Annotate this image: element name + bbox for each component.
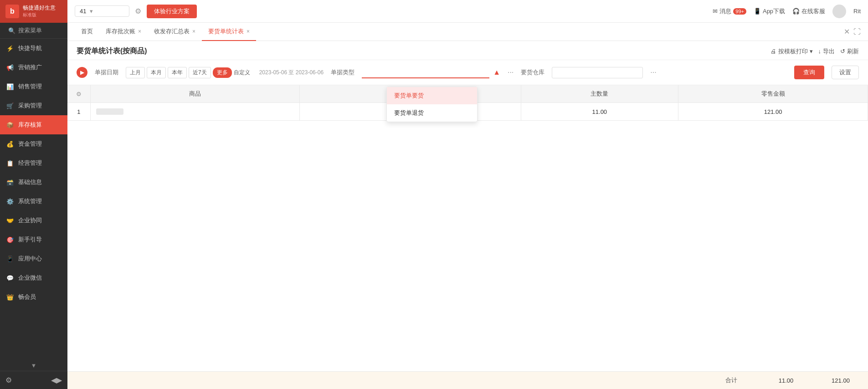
date-quick-btns: 上月 本月 本年 近7天 更多 自定义	[126, 67, 250, 78]
sidebar-item-system[interactable]: ⚙️ 系统管理	[0, 192, 67, 211]
nav-icon-finance: 💰	[5, 139, 15, 148]
sidebar-item-guide[interactable]: 🎯 新手引导	[0, 230, 67, 249]
type-dropdown-arrow-icon[interactable]: ▲	[493, 68, 500, 77]
logo-text: 畅捷通好生意 标准版	[23, 5, 56, 18]
date-btn-this-year[interactable]: 本年	[168, 67, 187, 78]
tab-close-inventory-batch[interactable]: ×	[138, 28, 141, 35]
dropdown-item-order-goods[interactable]: 要货单要货	[387, 87, 477, 104]
logo: b 畅捷通好生意 标准版	[0, 0, 67, 23]
warehouse-input[interactable]	[552, 67, 643, 78]
warehouse-more-btn[interactable]: ···	[650, 68, 656, 77]
page-content: 要货单统计表(按商品) 🖨 按模板打印 ▾ ↓ 导出 ↺ 刷新	[67, 41, 868, 389]
sidebar-item-enterprise[interactable]: 🤝 企业协同	[0, 211, 67, 230]
sidebar-item-appstore[interactable]: 📱 应用中心	[0, 249, 67, 268]
nav-icon-member: 👑	[5, 292, 15, 302]
nav-icon-marketing: 📢	[5, 63, 15, 72]
app-download-btn[interactable]: 📱 App下载	[754, 7, 785, 15]
sidebar-item-marketing[interactable]: 📢 营销推广	[0, 58, 67, 77]
refresh-icon: ↺	[840, 48, 845, 55]
filter-expand-btn[interactable]: ▶	[77, 67, 87, 78]
sidebar-item-member[interactable]: 👑 畅会员	[0, 287, 67, 307]
filter-area: ▶ 单据日期 上月 本月 本年 近7天 更多 自定义 2023-05-06 至 …	[67, 60, 868, 85]
product-cell	[96, 108, 294, 115]
tab-inventory-batch[interactable]: 库存批次账 ×	[99, 23, 148, 41]
sidebar-scroll-down[interactable]: ▼	[0, 360, 67, 371]
topbar: 41 ▾ ⚙ 体验行业方案 ✉ 消息 99+ 📱 App下载 🎧 在线客服 Ri…	[67, 0, 868, 23]
page-header-actions: 🖨 按模板打印 ▾ ↓ 导出 ↺ 刷新	[770, 47, 859, 56]
tab-home[interactable]: 首页	[75, 23, 99, 41]
query-btn[interactable]: 查询	[794, 66, 824, 79]
filter-more-btn[interactable]: ···	[508, 68, 514, 77]
sidebar-item-purchase[interactable]: 🛒 采购管理	[0, 96, 67, 115]
table-settings-icon[interactable]: ⚙	[76, 91, 82, 97]
user-avatar[interactable]	[832, 5, 846, 18]
table-footer: 合计11.00121.00	[67, 371, 868, 389]
sidebar-item-operations[interactable]: 📋 经营管理	[0, 154, 67, 173]
sidebar-search[interactable]: 🔍 搜索菜单	[0, 23, 67, 39]
user-name: Rit	[853, 8, 861, 15]
nav-icon-quick: ⚡	[5, 44, 15, 53]
date-custom-link[interactable]: 自定义	[234, 69, 250, 77]
export-btn[interactable]: ↓ 导出	[818, 47, 835, 56]
sidebar-nav: ⚡ 快捷导航 📢 营销推广 📊 销售管理 🛒 采购管理 📦 库存核算 💰 资金管…	[0, 39, 67, 360]
type-dropdown-menu: 要货单要货 要货单退货	[386, 87, 478, 122]
row-no: 1	[67, 103, 90, 121]
phone-icon: 📱	[754, 8, 761, 15]
tabs-bar: 首页 库存批次账 × 收发存汇总表 × 要货单统计表 × ✕ ⛶	[67, 23, 868, 41]
sidebar-item-basic[interactable]: 🗃️ 基础信息	[0, 173, 67, 192]
industry-btn[interactable]: 体验行业方案	[147, 5, 197, 18]
tabs-end: ✕ ⛶	[844, 27, 861, 36]
print-btn[interactable]: 🖨 按模板打印 ▾	[770, 47, 813, 56]
message-btn[interactable]: ✉ 消息 99+	[713, 7, 746, 15]
tab-close-order-stats[interactable]: ×	[247, 28, 250, 35]
product-placeholder	[96, 108, 123, 115]
date-btn-this-month[interactable]: 本月	[147, 67, 166, 78]
message-icon: ✉	[713, 8, 718, 15]
sidebar-item-inventory[interactable]: 📦 库存核算	[0, 115, 67, 134]
tab-close-recv-summary[interactable]: ×	[192, 28, 195, 35]
company-selector[interactable]: 41 ▾	[75, 5, 129, 17]
nav-icon-inventory: 📦	[5, 120, 15, 129]
th-settings[interactable]: ⚙	[67, 85, 90, 103]
table-area: ⚙ 商品 主计量单位 主数量 零售金额 1	[67, 85, 868, 371]
tab-recv-summary[interactable]: 收发存汇总表 ×	[148, 23, 202, 41]
sidebar-settings-icon[interactable]: ⚙	[5, 376, 12, 384]
dropdown-item-order-return[interactable]: 要货单退货	[387, 104, 477, 122]
date-btn-more[interactable]: 更多	[213, 67, 232, 78]
tab-order-stats[interactable]: 要货单统计表 ×	[202, 23, 256, 41]
settings-btn[interactable]: 设置	[832, 66, 859, 79]
nav-icon-basic: 🗃️	[5, 178, 15, 187]
selector-arrow-icon: ▾	[90, 8, 93, 15]
nav-icon-guide: 🎯	[5, 235, 15, 244]
nav-icon-appstore: 📱	[5, 254, 15, 263]
type-label: 单据类型	[331, 68, 354, 77]
nav-icon-system: ⚙️	[5, 197, 15, 206]
sidebar-item-finance[interactable]: 💰 资金管理	[0, 134, 67, 154]
sidebar-item-wechat[interactable]: 💬 企业微信	[0, 268, 67, 287]
refresh-btn[interactable]: ↺ 刷新	[840, 47, 859, 56]
footer-amt-value: 121.00	[813, 377, 868, 384]
topbar-gear-icon[interactable]: ⚙	[135, 7, 141, 15]
tab-expand-icon[interactable]: ⛶	[853, 28, 861, 36]
filter-type-wrap: ▲	[362, 67, 500, 78]
nav-icon-purchase: 🛒	[5, 101, 15, 110]
online-service-btn[interactable]: 🎧 在线客服	[792, 7, 825, 15]
th-qty: 主数量	[521, 85, 678, 103]
date-btn-last-month[interactable]: 上月	[126, 67, 145, 78]
sidebar-item-quick-nav[interactable]: ⚡ 快捷导航	[0, 39, 67, 58]
type-input[interactable]	[362, 67, 489, 78]
sidebar-collapse-icon[interactable]: ◀▶	[51, 376, 62, 384]
date-btn-last-7days[interactable]: 近7天	[189, 67, 211, 78]
page-header: 要货单统计表(按商品) 🖨 按模板打印 ▾ ↓ 导出 ↺ 刷新	[67, 41, 868, 60]
topbar-left: 41 ▾ ⚙ 体验行业方案	[75, 5, 197, 18]
export-icon: ↓	[818, 48, 822, 55]
sidebar-bottom: ⚙ ◀▶	[0, 371, 67, 389]
sidebar: b 畅捷通好生意 标准版 🔍 搜索菜单 ⚡ 快捷导航 📢 营销推广 📊 销售管理…	[0, 0, 67, 389]
print-arrow-icon: ▾	[810, 48, 813, 55]
nav-icon-sales: 📊	[5, 82, 15, 91]
filter-row: ▶ 单据日期 上月 本月 本年 近7天 更多 自定义 2023-05-06 至 …	[77, 66, 859, 79]
tab-close-all-icon[interactable]: ✕	[844, 27, 850, 36]
search-icon: 🔍	[8, 27, 15, 34]
sidebar-item-sales[interactable]: 📊 销售管理	[0, 77, 67, 96]
page-title: 要货单统计表(按商品)	[77, 46, 147, 56]
